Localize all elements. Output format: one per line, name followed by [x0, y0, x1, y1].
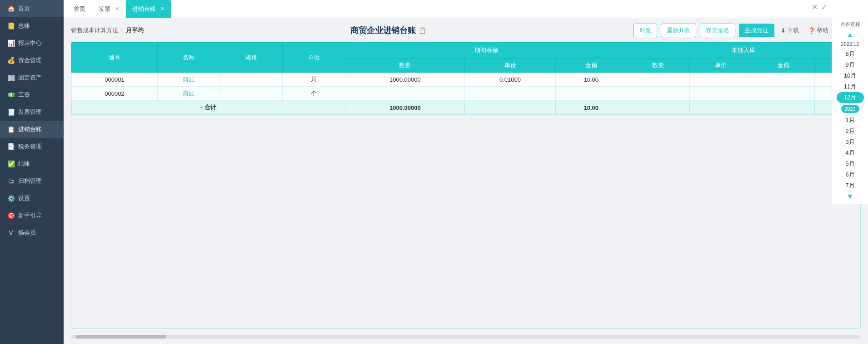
sidebar-icon-invoice-mgmt: 🧾: [7, 108, 15, 116]
sidebar-icon-ledger: 📒: [7, 22, 15, 29]
sidebar-item-invoice-mgmt[interactable]: 🧾发票管理: [0, 103, 64, 121]
cell-in-amount: [752, 87, 815, 101]
sidebar-item-member[interactable]: V畅会员: [0, 224, 64, 241]
total-icon: ▪: [200, 104, 203, 111]
sidebar-item-settings[interactable]: ⚙️设置: [0, 190, 64, 207]
sidebar-icon-member: V: [7, 229, 15, 236]
sidebar-icon-archive: 🗂: [7, 177, 15, 185]
year-2022-label: 2022.12: [841, 41, 859, 47]
reopen-button[interactable]: 重新开账: [661, 24, 696, 37]
months-2022: 8月9月10月11月12月: [837, 49, 864, 103]
scrollbar[interactable]: [71, 335, 861, 339]
cell-name[interactable]: 前缸: [157, 73, 220, 87]
tab-close-purchase-sale[interactable]: ✕: [160, 6, 165, 12]
cell-opening-price: 0.01000: [465, 73, 555, 87]
month-item-2023-4月[interactable]: 4月: [837, 147, 864, 158]
cell-opening-qty: 1000.00000: [345, 73, 465, 87]
tab-label-purchase-sale: 进销台账: [132, 5, 156, 13]
col-in-price-header: 单价: [689, 59, 752, 73]
sidebar-label-ledger: 总账: [18, 22, 30, 30]
cell-unit: 只: [283, 73, 345, 87]
tab-invoice[interactable]: 发票✕: [92, 0, 126, 18]
sidebar-item-home[interactable]: 🏠首页: [0, 0, 64, 17]
cell-in-amount: [752, 73, 815, 87]
download-icon: ⬇: [781, 27, 786, 34]
month-item-2022-10月[interactable]: 10月: [837, 70, 864, 81]
cell-opening-price: [465, 87, 555, 101]
sidebar-label-checkout: 结账: [18, 160, 30, 168]
cell-in-qty: [627, 87, 689, 101]
cell-id: 000001: [72, 73, 158, 87]
sidebar-item-asset[interactable]: 🏢固定资产: [0, 69, 64, 86]
sidebar-label-settings: 设置: [18, 194, 30, 202]
col-incoming-header: 本期入库: [627, 43, 860, 59]
total-in-price: [689, 101, 752, 115]
cell-in-price: [689, 73, 752, 87]
col-opening-qty-header: 数量: [345, 59, 465, 73]
sidebar-item-ledger[interactable]: 📒总账: [0, 17, 64, 34]
sidebar-label-report: 报表中心: [18, 39, 42, 47]
main-area: ✕ ⤢ 首页发票✕进销台账✕ 销售成本计算方法： 月平均 商贸企业进销台账 📋 …: [64, 0, 868, 344]
sidebar-icon-settings: ⚙️: [7, 195, 15, 202]
tabs-bar: 首页发票✕进销台账✕: [64, 0, 868, 18]
month-item-2023-6月[interactable]: 6月: [837, 169, 864, 180]
toolbar: 对账 重新开账 存货别名 生成凭证 ⬇ 下载 ❓ 帮助 🔄 刷新: [634, 24, 861, 37]
sidebar-label-purchase-sale: 进销台账: [18, 125, 42, 133]
month-up-arrow[interactable]: ▲: [846, 30, 855, 39]
month-item-2022-8月[interactable]: 8月: [837, 49, 864, 59]
sidebar-item-purchase-sale[interactable]: 📋进销台账: [0, 121, 64, 138]
sidebar-label-archive: 归档管理: [18, 177, 42, 185]
month-item-2022-9月[interactable]: 9月: [837, 59, 864, 70]
total-row: ▪合计 1000.00000 10.00: [72, 101, 860, 115]
tab-home[interactable]: 首页: [67, 0, 92, 18]
download-button[interactable]: ⬇ 下载: [778, 24, 802, 37]
sidebar-item-checkout[interactable]: ✅结账: [0, 155, 64, 172]
col-opening-price-header: 单价: [465, 59, 555, 73]
month-item-2023-5月[interactable]: 5月: [837, 158, 864, 169]
table-body: 000001 前缸 只 1000.00000 0.01000 10.00 000…: [72, 73, 860, 115]
month-item-2023-3月[interactable]: 3月: [837, 137, 864, 147]
sidebar-item-report[interactable]: 📊报表中心: [0, 34, 64, 52]
tab-purchase-sale[interactable]: 进销台账✕: [126, 0, 171, 18]
cell-id: 000002: [72, 87, 158, 101]
cell-opening-amount: [555, 87, 627, 101]
month-item-2023-7月[interactable]: 7月: [837, 180, 864, 191]
month-item-2023-2月[interactable]: 2月: [837, 126, 864, 137]
col-opening-header: 期初余额: [345, 43, 627, 59]
sidebar-item-salary[interactable]: 💵工资: [0, 86, 64, 103]
cell-name[interactable]: 前缸: [157, 87, 220, 101]
close-button[interactable]: ✕: [812, 3, 818, 11]
sidebar-item-archive[interactable]: 🗂归档管理: [0, 172, 64, 190]
month-item-2023-1月[interactable]: 1月: [837, 115, 864, 126]
month-item-2022-11月[interactable]: 11月: [837, 81, 864, 92]
cell-opening-amount: 10.00: [555, 73, 627, 87]
total-opening-qty: 1000.00000: [345, 101, 465, 115]
month-panel: 月份选择 ▲ 2022.12 8月9月10月11月12月 2023 1月2月3月…: [832, 18, 868, 204]
sidebar-icon-fund: 💰: [7, 57, 15, 64]
total-in-amount: [752, 101, 815, 115]
sidebar: 🏠首页📒总账📊报表中心💰资金管理🏢固定资产💵工资🧾发票管理📋进销台账📑税务管理✅…: [0, 0, 64, 344]
tab-close-invoice[interactable]: ✕: [115, 6, 119, 12]
sidebar-item-guide[interactable]: 🎯新手引导: [0, 207, 64, 224]
sidebar-icon-checkout: ✅: [7, 160, 15, 167]
sidebar-label-invoice-mgmt: 发票管理: [18, 108, 42, 116]
sidebar-item-fund[interactable]: 💰资金管理: [0, 52, 64, 69]
generate-voucher-button[interactable]: 生成凭证: [739, 24, 774, 37]
match-button[interactable]: 对账: [634, 24, 657, 37]
sidebar-icon-report: 📊: [7, 39, 15, 47]
page-title: 商贸企业进销台账 📋: [350, 25, 426, 36]
edit-icon[interactable]: 📋: [419, 27, 426, 34]
sidebar-label-salary: 工资: [18, 91, 30, 99]
sidebar-icon-guide: 🎯: [7, 212, 15, 219]
sidebar-label-home: 首页: [18, 5, 30, 13]
month-down-arrow[interactable]: ▼: [846, 192, 855, 201]
sidebar-label-asset: 固定资产: [18, 74, 42, 82]
maximize-button[interactable]: ⤢: [821, 3, 827, 11]
sidebar-item-tax[interactable]: 📑税务管理: [0, 138, 64, 155]
months-2023: 1月2月3月4月5月6月7月: [837, 115, 864, 191]
help-button[interactable]: ❓ 帮助: [805, 24, 831, 37]
save-alias-button[interactable]: 存货别名: [700, 24, 735, 37]
sidebar-label-guide: 新手引导: [18, 211, 42, 220]
tab-label-home: 首页: [74, 5, 85, 13]
month-item-2022-12月[interactable]: 12月: [837, 92, 864, 103]
